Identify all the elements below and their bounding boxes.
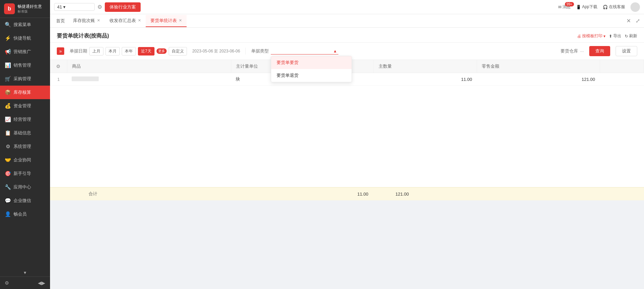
nav-label: 销售管理 [14, 62, 31, 68]
sidebar-item-基础信息[interactable]: 📋基础信息 [0, 126, 50, 140]
sidebar-collapse-btn[interactable]: ◀▶ [38, 280, 45, 286]
sidebar-item-库存核算[interactable]: 📦库存核算 [0, 86, 50, 99]
sidebar-item-快捷导航[interactable]: ⚡快捷导航 [0, 31, 50, 45]
tab-stock-batch[interactable]: 库存批次账 ✕ [68, 15, 105, 27]
sidebar-item-营销推广[interactable]: 📢营销推广 [0, 45, 50, 59]
col-quantity-header: 主数量 [374, 60, 477, 73]
nav-label: 资金管理 [14, 103, 31, 109]
dropdown-item-order-goods[interactable]: 要货单要货 [271, 56, 352, 69]
sidebar-item-采购管理[interactable]: 🛒采购管理 [0, 72, 50, 86]
export-label: 导出 [613, 33, 621, 39]
table-settings-btn[interactable]: 设置 [616, 46, 637, 56]
query-btn[interactable]: 查询 [589, 46, 610, 56]
nav-label: 应用中心 [14, 184, 31, 190]
sidebar-nav: 🔍搜索菜单⚡快捷导航📢营销推广📊销售管理🛒采购管理📦库存核算💰资金管理📈经营管理… [0, 18, 50, 269]
footer-amount: 121.00 [368, 192, 409, 197]
nav-icon: 📈 [5, 116, 11, 123]
type-filter-input[interactable] [271, 48, 338, 54]
print-icon: 🖨 [577, 34, 581, 39]
logo-text: 畅捷通好生意 标准版 [18, 4, 42, 14]
tab-collect-summary-label: 收发存汇总表 [110, 18, 136, 24]
nav-label: 企业微信 [14, 198, 31, 204]
date-btn-this-month[interactable]: 本月 [105, 47, 120, 55]
tab-collect-summary-close[interactable]: ✕ [138, 18, 141, 23]
refresh-btn[interactable]: ↻ 刷新 [625, 33, 637, 39]
message-btn[interactable]: ✉ 消息 99+ [558, 4, 571, 10]
tab-order-stats-label: 要货单统计表 [150, 18, 177, 24]
row-quantity: 11.00 [374, 73, 477, 86]
export-btn[interactable]: ⬆ 导出 [609, 33, 621, 39]
type-dropdown-arrow[interactable]: ▲ [333, 49, 337, 53]
tab-stock-batch-close[interactable]: ✕ [97, 18, 100, 23]
nav-label: 库存核算 [14, 89, 31, 95]
nav-icon: 💬 [5, 198, 11, 204]
trial-btn[interactable]: 体验行业方案 [105, 2, 141, 12]
logo-area: b 畅捷通好生意 标准版 [0, 0, 50, 18]
online-service-btn[interactable]: 🎧 在线客服 [603, 4, 625, 10]
topbar-gear-btn[interactable]: ⚙ [97, 4, 102, 10]
warehouse-filter-group: 要货仓库 ··· [560, 48, 584, 54]
type-dropdown: 要货单要货 要货单退货 [271, 56, 352, 82]
footer-quantity: 11.00 [328, 192, 368, 197]
table-empty-space [50, 86, 644, 187]
dropdown-item-order-return[interactable]: 要货单退货 [271, 69, 352, 82]
warehouse-more-btn[interactable]: ··· [580, 49, 584, 54]
sidebar-item-企业微信[interactable]: 💬企业微信 [0, 194, 50, 207]
tab-collect-summary[interactable]: 收发存汇总表 ✕ [105, 15, 146, 27]
sidebar: b 畅捷通好生意 标准版 🔍搜索菜单⚡快捷导航📢营销推广📊销售管理🛒采购管理📦库… [0, 0, 50, 289]
row-extra [600, 73, 644, 86]
row-amount: 121.00 [477, 73, 600, 86]
nav-label: 采购管理 [14, 76, 31, 82]
sidebar-bottom: ⚙ ◀▶ [0, 276, 50, 289]
tab-home[interactable]: 首页 [53, 15, 68, 27]
app-label: App下载 [582, 4, 597, 10]
sidebar-item-资金管理[interactable]: 💰资金管理 [0, 99, 50, 113]
col-settings-icon[interactable]: ⚙ [56, 64, 61, 69]
service-icon: 🎧 [603, 5, 608, 9]
date-filter-label: 单据日期 [70, 48, 87, 54]
filter-toggle-btn[interactable]: » [57, 47, 64, 55]
tabs-close-all-btn[interactable]: ✕ [625, 17, 632, 25]
sidebar-scroll-down[interactable]: ▼ [0, 269, 50, 276]
date-btn-this-year[interactable]: 本年 [122, 47, 136, 55]
tabs-maximize-btn[interactable]: ⤢ [634, 17, 641, 25]
nav-icon: 📋 [5, 130, 11, 136]
filter-bar: » 单据日期 上月 本月 本年 近7天 更多 自定义 2023-05-06 至 … [50, 43, 644, 60]
message-badge: 99+ [565, 2, 574, 6]
tab-order-stats[interactable]: 要货单统计表 ✕ [146, 15, 187, 27]
page-content: 要货单统计表(按商品) 🖨 按模板打印 ▾ ⬆ 导出 ↻ 刷新 » [50, 28, 644, 289]
store-selector[interactable]: 41 ▾ [54, 3, 95, 11]
print-dropdown-icon: ▾ [603, 34, 605, 39]
col-extra-header [600, 60, 644, 73]
filter-divider [245, 48, 246, 54]
nav-label: 搜索菜单 [14, 22, 31, 28]
sidebar-item-系统管理[interactable]: ⚙系统管理 [0, 140, 50, 153]
col-amount-header: 零售金额 [477, 60, 600, 73]
sidebar-item-搜索菜单[interactable]: 🔍搜索菜单 [0, 18, 50, 31]
date-btn-last-7days[interactable]: 近7天 [138, 47, 154, 55]
date-range-display: 2023-05-06 至 2023-06-06 [192, 48, 240, 54]
nav-label: 畅会员 [14, 211, 27, 217]
sidebar-item-企业协同[interactable]: 🤝企业协同 [0, 153, 50, 167]
sidebar-settings-btn[interactable]: ⚙ [5, 280, 9, 286]
sidebar-item-经营管理[interactable]: 📈经营管理 [0, 113, 50, 126]
sidebar-item-销售管理[interactable]: 📊销售管理 [0, 59, 50, 72]
type-input-wrap: ▲ 要货单要货 要货单退货 [271, 48, 338, 54]
more-dates-badge[interactable]: 更多 [157, 48, 167, 54]
custom-date-btn[interactable]: 自定义 [169, 47, 187, 55]
date-btn-last-month[interactable]: 上月 [89, 47, 103, 55]
nav-label: 企业协同 [14, 157, 31, 163]
sidebar-item-应用中心[interactable]: 🔧应用中心 [0, 180, 50, 194]
print-btn[interactable]: 🖨 按模板打印 ▾ [577, 33, 605, 39]
user-avatar[interactable] [630, 2, 640, 12]
app-download-btn[interactable]: 📱 App下载 [576, 4, 597, 10]
row-product [67, 73, 231, 86]
sidebar-item-新手引导[interactable]: 🎯新手引导 [0, 167, 50, 180]
service-label: 在线客服 [609, 4, 625, 10]
nav-icon: 📊 [5, 62, 11, 68]
tab-order-stats-close[interactable]: ✕ [179, 18, 182, 23]
sidebar-item-畅会员[interactable]: 👤畅会员 [0, 207, 50, 221]
refresh-icon: ↻ [625, 34, 628, 39]
page-actions: 🖨 按模板打印 ▾ ⬆ 导出 ↻ 刷新 [577, 33, 637, 39]
nav-icon: 📢 [5, 49, 11, 55]
